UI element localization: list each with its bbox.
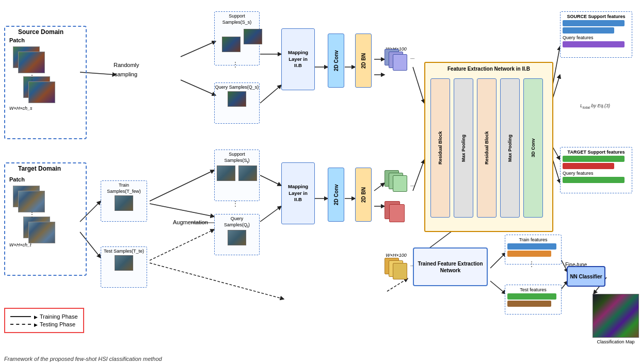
mapping-layer-top: MappingLayer inII.B <box>281 28 315 90</box>
test-feat-bar-1 <box>507 293 556 300</box>
source-domain-label: Source Domain <box>18 28 63 36</box>
query-tgt-img <box>228 230 246 245</box>
conv2d-top: 2D Conv <box>328 34 344 88</box>
figure-caption: Framework of the proposed few-shot HSI c… <box>4 356 162 362</box>
test-features-box: Test features <box>505 285 562 315</box>
support-tgt-img2 <box>238 166 257 181</box>
source-patch-4 <box>28 81 55 103</box>
conv3d: 3D Conv <box>523 78 543 218</box>
query-src-img <box>228 91 246 107</box>
wh-100-bottom: W×H×100 <box>382 253 410 258</box>
test-feat-bar-2 <box>507 301 551 307</box>
test-sample-img <box>115 255 133 271</box>
patch-src-label: Patch <box>9 37 25 43</box>
training-arrow <box>34 313 38 320</box>
svg-line-9 <box>413 67 424 103</box>
dots-feat-mid: ··· <box>410 183 414 189</box>
source-features-title: SOURCE Support features <box>563 14 630 19</box>
source-support-bar-1 <box>563 20 625 26</box>
patch-tgt-label: Patch <box>9 176 25 183</box>
conv2d-bottom-label: 2D Conv <box>333 184 339 205</box>
loss-label: Ltotal by Eq.(3) <box>562 103 629 110</box>
train-features-title: Train features <box>507 237 559 242</box>
testing-line <box>10 324 31 325</box>
conv2d-top-label: 2D Conv <box>333 50 339 71</box>
train-samples-box: Train Samples(T_few) <box>101 180 147 222</box>
nn-classifier[interactable]: NN Classifier <box>567 266 605 287</box>
svg-line-20 <box>374 183 385 191</box>
bn2d-top: 2D BN <box>355 34 372 88</box>
trained-fen-label: Trained Feature Extraction Network <box>414 260 487 274</box>
training-phase-label: Training Phase <box>40 313 78 320</box>
svg-line-29 <box>490 281 506 294</box>
feat-cube-orange-3 <box>393 263 407 279</box>
target-patch-4 <box>28 222 55 243</box>
training-phase-legend: Training Phase <box>10 313 78 320</box>
wh-src-label: W×H×ch_s <box>9 106 33 111</box>
support-src-img2 <box>244 29 262 44</box>
testing-phase-label: Testing Phase <box>40 321 75 327</box>
bn2d-top-label: 2D BN <box>361 53 366 69</box>
classification-map <box>593 294 639 338</box>
support-tgt-img1 <box>217 166 235 181</box>
source-query-bar-1 <box>563 41 625 47</box>
source-features-box: SOURCE Support features Query features <box>560 11 632 58</box>
conv3d-label: 3D Conv <box>531 139 536 158</box>
testing-phase-legend: Testing Phase <box>10 321 78 327</box>
svg-line-15 <box>150 263 284 299</box>
svg-line-4 <box>260 85 281 103</box>
trained-fen-box: Trained Feature Extraction Network <box>413 247 488 286</box>
support-tgt-label: SupportSamples(St) <box>224 152 249 163</box>
legend-box: Training Phase Testing Phase <box>4 308 84 333</box>
source-query-label: Query features <box>563 35 630 40</box>
target-features-box: TARGET Support features Query features <box>560 147 632 193</box>
source-patch-2 <box>18 52 45 73</box>
source-dots: ⋮ <box>28 73 36 81</box>
residual-block-1: Residual Block <box>430 78 450 218</box>
nn-classifier-label: NN Classifier <box>570 274 602 279</box>
max-pool-1: Max Pooling <box>454 78 473 218</box>
diagram-container: Source Domain Patch W×H×ch_s ⋮ Randomly … <box>0 0 640 364</box>
test-features-title: Test features <box>507 287 559 292</box>
target-features-title: TARGET Support features <box>563 150 630 155</box>
bn2d-bottom: 2D BN <box>355 168 372 222</box>
mapping-bottom-label: MappingLayer inII.B <box>288 184 308 203</box>
svg-line-28 <box>490 253 506 268</box>
svg-line-30 <box>387 278 408 291</box>
query-src-box: Query Samples(Q_s) <box>214 82 260 124</box>
target-patch-2 <box>18 191 45 212</box>
train-feat-bar-2 <box>507 251 551 257</box>
training-line <box>10 316 31 317</box>
target-support-bar-1 <box>563 156 625 162</box>
residual-block-2: Residual Block <box>477 78 497 218</box>
fen-label: Feature Extraction Network in II.B <box>447 66 530 72</box>
target-query-label: Query features <box>563 171 630 176</box>
src-sample-dots: ⋮ <box>232 61 238 68</box>
classification-map-label: Classification Map <box>593 339 639 344</box>
mapping-layer-bottom: MappingLayer inII.B <box>281 162 315 224</box>
train-feat-bar-1 <box>507 243 556 250</box>
max-pool-2: Max Pooling <box>500 78 520 218</box>
train-sample-img <box>115 195 133 211</box>
dots-feat-top: ··· <box>410 56 414 61</box>
svg-line-14 <box>150 229 214 260</box>
bn2d-bottom-label: 2D BN <box>361 187 366 203</box>
randomly-label: Randomly <box>114 62 139 68</box>
query-src-label: Query Samples(Q_s) <box>215 85 259 90</box>
residual-2-label: Residual Block <box>484 131 489 165</box>
svg-line-16 <box>260 175 281 186</box>
target-dots: ⋮ <box>28 210 36 219</box>
svg-line-1 <box>181 41 216 57</box>
residual-1-label: Residual Block <box>438 131 443 165</box>
tgt-sample-dots: ⋮ <box>232 200 238 207</box>
test-samples-label: Test Samples(T_te) <box>104 249 144 254</box>
target-domain-label: Target Domain <box>18 165 61 172</box>
sampling-label: sampling <box>115 71 137 77</box>
maxpool-1-label: Max Pooling <box>461 135 466 162</box>
svg-line-2 <box>181 80 216 95</box>
target-query-bar <box>563 177 625 183</box>
test-samples-box: Test Samples(T_te) <box>101 246 147 288</box>
wh-tgt-label: W×H×ch_t <box>9 242 31 247</box>
feat-cube-red-2 <box>389 204 405 222</box>
maxpool-2-label: Max Pooling <box>507 135 513 162</box>
